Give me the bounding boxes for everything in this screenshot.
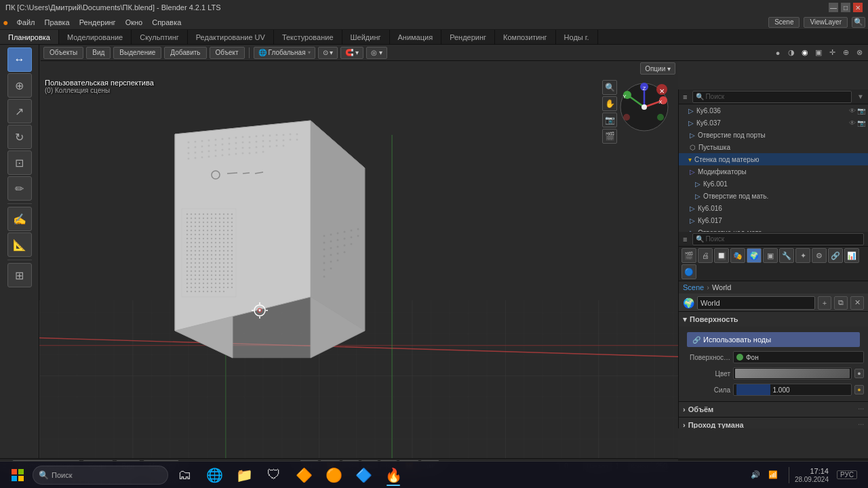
menu-help[interactable]: Справка [148, 17, 185, 28]
strength-value[interactable]: 1.000 [733, 384, 852, 396]
outliner-item-modifiers[interactable]: ▷ Модификаторы [679, 165, 868, 178]
tab-object[interactable]: ▣ [763, 248, 778, 263]
snap-toggle[interactable]: 🧲 ▾ [340, 47, 363, 59]
add-menu[interactable]: Добавить [164, 47, 206, 59]
viewport-shading-wireframe[interactable]: ▣ [812, 47, 825, 58]
volume-section-header[interactable]: › Объём ⋯ [679, 402, 868, 417]
breadcrumb-scene[interactable]: Scene [683, 283, 704, 291]
fog-section-header[interactable]: › Проход тумана ⋯ [679, 418, 868, 428]
breadcrumb-world[interactable]: World [712, 283, 732, 291]
tab-modeling[interactable]: Моделирование [59, 30, 132, 44]
tab-animation[interactable]: Анимация [390, 30, 442, 44]
view-menu[interactable]: Вид [86, 47, 111, 59]
color-swatch[interactable] [735, 369, 850, 378]
taskbar-app-explorer[interactable]: 🗂 [171, 463, 198, 487]
tab-sculpting[interactable]: Скульптинг [132, 30, 188, 44]
color-dot-button[interactable]: ● [854, 369, 864, 378]
systray-clock[interactable]: 17:14 28.09.2024 [789, 467, 829, 483]
outliner-search-box[interactable]: 🔍 Поиск [692, 91, 852, 103]
move-tool-button[interactable]: ↗ [7, 99, 32, 123]
tab-modifier[interactable]: 🔧 [779, 248, 794, 263]
outliner-item-ku6-016[interactable]: ▷ Ку6.016 [679, 202, 868, 214]
scale-tool-button[interactable]: ⊡ [7, 150, 32, 175]
world-close-button[interactable]: ✕ [850, 296, 864, 310]
world-name-input[interactable] [697, 296, 815, 310]
rotate-tool-button[interactable]: ↻ [7, 125, 32, 149]
tab-shading[interactable]: Шейдинг [342, 30, 390, 44]
taskbar-app-edge[interactable]: 🌐 [201, 463, 228, 487]
use-nodes-button[interactable]: 🔗 Использовать ноды [687, 332, 860, 347]
menu-window[interactable]: Окно [121, 17, 147, 28]
tab-view-layer[interactable]: 🔲 [714, 248, 729, 263]
tab-physics[interactable]: ⚙ [812, 248, 827, 263]
close-button[interactable]: ✕ [853, 3, 863, 12]
show-gizmo[interactable]: ✛ [826, 47, 838, 58]
props-search-box[interactable]: 🔍 Поиск [692, 233, 864, 245]
transform-pivot[interactable]: ⊙ ▾ [318, 47, 338, 59]
taskbar-app-files[interactable]: 📁 [231, 463, 258, 487]
color-value[interactable] [733, 367, 852, 380]
sound-icon[interactable]: 🔊 [748, 469, 763, 481]
taskbar-search-box[interactable]: 🔍 Поиск [33, 466, 168, 485]
start-button[interactable] [5, 463, 30, 487]
add-tool-button[interactable]: ⊞ [7, 263, 32, 287]
menu-render[interactable]: Рендеринг [75, 17, 120, 28]
tab-output[interactable]: 🖨 [698, 248, 713, 263]
strength-dot-button[interactable]: ● [854, 385, 864, 394]
viewport-gizmo[interactable]: X Y Z ✕ [617, 80, 671, 134]
outliner-item-empty[interactable]: ⬡ Пустышка [679, 141, 868, 153]
camera2-icon[interactable]: 📷 [857, 107, 865, 115]
network-icon[interactable]: 📶 [766, 469, 781, 481]
outliner-filter[interactable]: ▼ [857, 93, 864, 100]
grab-hand[interactable]: ✋ [602, 96, 617, 111]
viewport-shading-solid[interactable]: ● [772, 47, 784, 58]
taskbar-app-security[interactable]: 🛡 [260, 463, 288, 487]
outliner-item-ku6-036[interactable]: ▷ Ку6.036 👁 📷 [679, 104, 868, 117]
menu-edit[interactable]: Правка [41, 17, 74, 28]
maximize-button[interactable]: □ [841, 3, 850, 12]
tab-material[interactable]: 🔵 [682, 264, 696, 279]
taskbar-app-app3[interactable]: 🔷 [350, 463, 377, 487]
eye-icon[interactable]: 👁 [849, 119, 856, 127]
camera-icon[interactable]: 📷 [602, 113, 617, 127]
outliner-item-ku6-001[interactable]: ▷ Ку6.001 [679, 178, 868, 190]
tab-particles[interactable]: ✦ [795, 248, 810, 263]
select-menu[interactable]: Выделение [113, 47, 161, 59]
outliner-item-hole-over[interactable]: ▷ Отверстие над-мате. [679, 226, 868, 232]
eye-icon[interactable]: 👁 [849, 107, 856, 115]
taskbar-app-blender[interactable]: 🔥 [380, 463, 407, 487]
menu-file[interactable]: Файл [12, 17, 39, 28]
surface-section-header[interactable]: ▾ Поверхность [679, 312, 868, 327]
viewport-shading-material[interactable]: ◑ [785, 47, 797, 58]
transform-orientation[interactable]: 🌐 Глобальная ▾ [254, 47, 315, 59]
outliner-item-wall[interactable]: ▾ Стенка под матерью [679, 153, 868, 165]
proportional-edit[interactable]: ◎ ▾ [366, 47, 387, 59]
lang-indicator[interactable]: РУС [837, 470, 857, 479]
tab-compositing[interactable]: Композитинг [495, 30, 556, 44]
tab-world[interactable]: 🌍 [747, 248, 762, 263]
tab-rendering[interactable]: Рендеринг [441, 30, 495, 44]
show-overlays[interactable]: ⊕ [840, 47, 852, 58]
tab-texture[interactable]: Текстурование [274, 30, 342, 44]
objects-menu[interactable]: Объекты [43, 47, 83, 59]
tab-uv[interactable]: Редактирование UV [188, 30, 274, 44]
outliner-item-ports[interactable]: ▷ Отверстие под порты [679, 129, 868, 141]
cursor-tool-button[interactable]: ⊕ [7, 73, 32, 98]
render-icon[interactable]: 🎬 [602, 129, 617, 144]
camera2-icon[interactable]: 📷 [857, 119, 865, 127]
tab-planировка[interactable]: Планировка [0, 30, 59, 44]
outliner-item-hole-board[interactable]: ▷ Отверстие под мать. [679, 190, 868, 202]
options-button[interactable]: Опции ▾ [640, 62, 675, 75]
taskbar-app-app1[interactable]: 🔶 [290, 463, 317, 487]
annotate-tool-button[interactable]: ✍ [7, 207, 32, 231]
viewport-shading-rendered[interactable]: ◉ [799, 47, 811, 58]
select-tool-button[interactable]: ↔ [7, 47, 32, 72]
object-menu[interactable]: Объект [210, 47, 245, 59]
world-new-button[interactable]: + [818, 296, 831, 310]
tab-constraints[interactable]: 🔗 [828, 248, 843, 263]
zoom-to-fit[interactable]: 🔍 [602, 80, 617, 95]
minimize-button[interactable]: — [829, 3, 838, 12]
tab-data[interactable]: 📊 [844, 248, 859, 263]
viewport-canvas[interactable]: Пользовательская перспектива (0) Коллекц… [39, 60, 678, 458]
show-xray[interactable]: ⊗ [853, 47, 865, 58]
